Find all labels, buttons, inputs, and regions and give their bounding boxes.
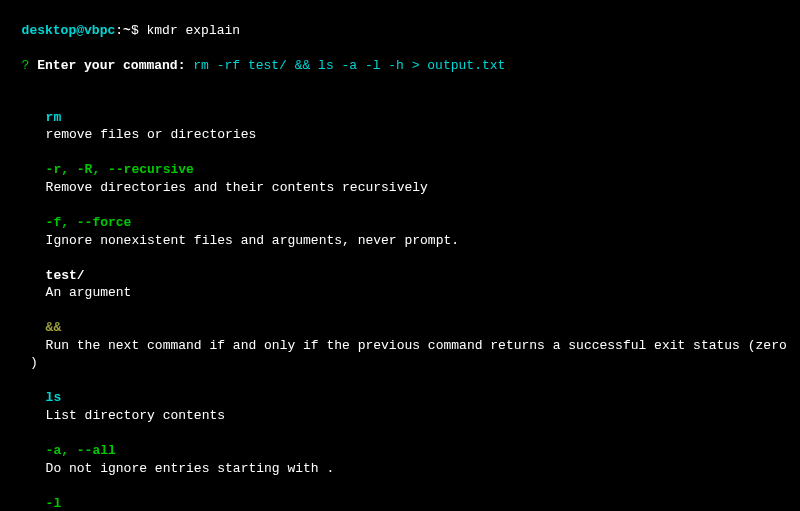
explain-rm-desc: remove files or directories: [30, 126, 794, 144]
explain-ls: ls: [6, 372, 794, 407]
blank-line: [6, 74, 794, 91]
explain-andand: &&: [6, 302, 794, 337]
token-ls: ls: [46, 390, 62, 405]
explain-r-flag: -r, -R, --recursive: [6, 144, 794, 179]
question-mark-icon: ?: [22, 58, 30, 73]
token-a-flag: -a, --all: [46, 443, 116, 458]
token-andand: &&: [46, 320, 62, 335]
prompt-user: desktop: [22, 23, 77, 38]
explain-r-flag-desc: Remove directories and their contents re…: [30, 179, 794, 197]
explain-l-flag: -l: [6, 477, 794, 511]
explain-a-flag: -a, --all: [6, 425, 794, 460]
token-l-flag: -l: [46, 496, 62, 511]
command-input-value: rm -rf test/ && ls -a -l -h > output.txt: [193, 58, 505, 73]
explain-f-flag: -f, --force: [6, 196, 794, 231]
explain-rm: rm: [6, 91, 794, 126]
entered-command: kmdr explain: [146, 23, 240, 38]
explain-test-desc: An argument: [30, 284, 794, 302]
explain-a-flag-desc: Do not ignore entries starting with .: [30, 460, 794, 478]
explain-andand-desc: Run the next command if and only if the …: [30, 337, 794, 372]
prompt-at: @: [76, 23, 84, 38]
token-f-flag: -f, --force: [46, 215, 132, 230]
explain-test: test/: [6, 249, 794, 284]
token-test: test/: [46, 268, 85, 283]
token-rm: rm: [46, 110, 62, 125]
explain-f-flag-desc: Ignore nonexistent files and arguments, …: [30, 232, 794, 250]
prompt-sep: :: [115, 23, 123, 38]
prompt-dollar: $: [131, 23, 147, 38]
token-r-flag: -r, -R, --recursive: [46, 162, 194, 177]
explain-ls-desc: List directory contents: [30, 407, 794, 425]
enter-label: Enter your command:: [37, 58, 185, 73]
prompt-path: ~: [123, 23, 131, 38]
command-input-line[interactable]: ? Enter your command: rm -rf test/ && ls…: [6, 39, 794, 74]
shell-prompt-line: desktop@vbpc:~$ kmdr explain: [6, 4, 794, 39]
prompt-host: vbpc: [84, 23, 115, 38]
